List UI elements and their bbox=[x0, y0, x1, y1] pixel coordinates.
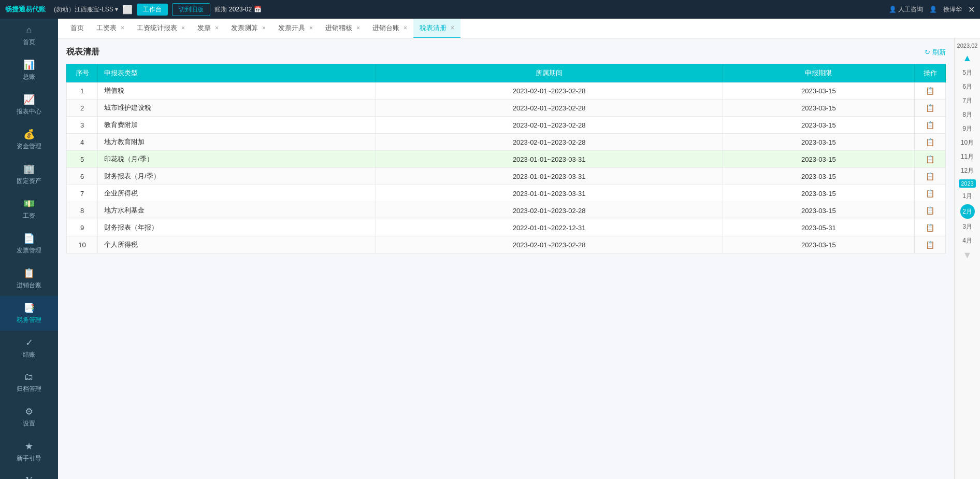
refresh-icon: ↻ bbox=[925, 48, 930, 56]
action-view-icon[interactable]: 📋 bbox=[926, 172, 934, 180]
cell-period: 2023-01-01~2023-03-31 bbox=[376, 151, 723, 168]
cell-action: 📋 bbox=[915, 236, 946, 253]
workspace-button[interactable]: 工作台 bbox=[137, 4, 168, 16]
sidebar-label-ledger: 总账 bbox=[23, 73, 35, 81]
sidebar-label-purchase: 进销台账 bbox=[17, 281, 41, 290]
tab-purchase-ledger[interactable]: 进销台账 × bbox=[366, 19, 413, 38]
tab-purchase-check[interactable]: 进销稽核 × bbox=[319, 19, 366, 38]
table-row: 7 企业所得税 2023-01-01~2023-03-31 2023-03-15… bbox=[67, 185, 946, 202]
sidebar-item-vip[interactable]: V 畅会员 bbox=[0, 469, 58, 479]
tab-close-purchase-check[interactable]: × bbox=[356, 24, 360, 32]
action-view-icon[interactable]: 📋 bbox=[926, 104, 934, 112]
tab-close-purchase-ledger[interactable]: × bbox=[403, 24, 407, 32]
guide-icon: ★ bbox=[25, 441, 33, 452]
cell-deadline: 2023-03-15 bbox=[723, 151, 914, 168]
top-bar: 畅捷通易代账 (勿动）江西服宝-LSS ▾ ⬜ 工作台 切到旧版 账期 2023… bbox=[0, 0, 980, 19]
sidebar-item-fixed[interactable]: 🏢 固定资产 bbox=[0, 157, 58, 192]
month-9[interactable]: 9月 bbox=[955, 122, 980, 136]
col-period: 所属期间 bbox=[376, 64, 723, 82]
month-1[interactable]: 1月 bbox=[955, 189, 980, 203]
action-view-icon[interactable]: 📋 bbox=[926, 189, 934, 198]
month-8[interactable]: 8月 bbox=[955, 108, 980, 122]
page-header: 税表清册 ↻ 刷新 bbox=[66, 47, 946, 58]
tab-invoice[interactable]: 发票 × bbox=[191, 19, 225, 38]
action-view-icon[interactable]: 📋 bbox=[926, 155, 934, 163]
month-2-active[interactable]: 2月 bbox=[960, 204, 975, 219]
action-view-icon[interactable]: 📋 bbox=[926, 121, 934, 129]
action-view-icon[interactable]: 📋 bbox=[926, 241, 934, 249]
tab-close-invoice-calc[interactable]: × bbox=[262, 24, 266, 32]
sidebar-label-archive: 归档管理 bbox=[17, 385, 41, 393]
sidebar-item-settings[interactable]: ⚙ 设置 bbox=[0, 400, 58, 434]
sidebar-item-home[interactable]: ⌂ 首页 bbox=[0, 19, 58, 53]
sidebar-label-fund: 资金管理 bbox=[17, 142, 41, 151]
cell-type: 增值税 bbox=[98, 82, 376, 100]
cell-action: 📋 bbox=[915, 100, 946, 117]
cell-deadline: 2023-03-15 bbox=[723, 134, 914, 151]
cell-type: 地方教育附加 bbox=[98, 134, 376, 151]
tab-close-invoice[interactable]: × bbox=[215, 24, 219, 32]
cell-no: 8 bbox=[67, 202, 98, 219]
table-header-row: 序号 申报表类型 所属期间 申报期限 操作 bbox=[67, 64, 946, 82]
action-view-icon[interactable]: 📋 bbox=[926, 87, 934, 95]
cell-no: 1 bbox=[67, 82, 98, 100]
sidebar-item-purchase[interactable]: 📋 进销台账 bbox=[0, 261, 58, 296]
sidebar-item-fund[interactable]: 💰 资金管理 bbox=[0, 122, 58, 157]
right-panel: 2023.02 ▲ 5月 6月 7月 8月 9月 10月 11月 12月 202… bbox=[954, 38, 980, 479]
cell-deadline: 2023-03-15 bbox=[723, 82, 914, 100]
cell-period: 2023-02-01~2023-02-28 bbox=[376, 117, 723, 134]
tab-salary-report[interactable]: 工资统计报表 × bbox=[131, 19, 191, 38]
month-6[interactable]: 6月 bbox=[955, 80, 980, 94]
action-view-icon[interactable]: 📋 bbox=[926, 206, 934, 215]
archive-icon: 🗂 bbox=[24, 372, 34, 383]
close-icon[interactable]: ✕ bbox=[968, 5, 975, 15]
switch-version-button[interactable]: 切到旧版 bbox=[172, 3, 210, 16]
tab-invoice-open[interactable]: 发票开具 × bbox=[272, 19, 319, 38]
sidebar-item-tax[interactable]: 📑 税务管理 bbox=[0, 296, 58, 331]
refresh-button[interactable]: ↻ 刷新 bbox=[925, 48, 946, 57]
cell-no: 10 bbox=[67, 236, 98, 253]
sidebar-item-ledger[interactable]: 📊 总账 bbox=[0, 53, 58, 88]
tab-close-invoice-open[interactable]: × bbox=[309, 24, 313, 32]
sidebar-item-salary[interactable]: 💵 工资 bbox=[0, 192, 58, 227]
sidebar-item-settle[interactable]: ✓ 结账 bbox=[0, 331, 58, 365]
tab-invoice-calc[interactable]: 发票测算 × bbox=[225, 19, 272, 38]
sidebar-label-report: 报表中心 bbox=[17, 107, 41, 116]
sidebar-item-report[interactable]: 📈 报表中心 bbox=[0, 88, 58, 122]
month-4[interactable]: 4月 bbox=[955, 234, 980, 248]
human-consult[interactable]: 👤 人工咨询 bbox=[889, 5, 923, 14]
action-view-icon[interactable]: 📋 bbox=[926, 223, 934, 232]
chevron-up-icon[interactable]: ▲ bbox=[961, 51, 974, 66]
cell-period: 2023-02-01~2023-02-28 bbox=[376, 82, 723, 100]
month-10[interactable]: 10月 bbox=[955, 136, 980, 150]
sidebar: ⌂ 首页 📊 总账 📈 报表中心 💰 资金管理 🏢 固定资产 💵 工资 📄 发票… bbox=[0, 19, 58, 479]
tab-salary[interactable]: 工资表 × bbox=[90, 19, 131, 38]
tab-close-salary[interactable]: × bbox=[121, 24, 124, 32]
sidebar-item-guide[interactable]: ★ 新手引导 bbox=[0, 434, 58, 469]
month-5[interactable]: 5月 bbox=[955, 66, 980, 80]
right-panel-year-header: 2023.02 bbox=[956, 40, 979, 51]
sidebar-item-invoice[interactable]: 📄 发票管理 bbox=[0, 227, 58, 261]
ledger-icon: 📊 bbox=[23, 59, 35, 71]
month-11[interactable]: 11月 bbox=[955, 150, 980, 164]
month-3[interactable]: 3月 bbox=[955, 220, 980, 234]
tab-home[interactable]: 首页 bbox=[64, 19, 90, 38]
tax-table: 序号 申报表类型 所属期间 申报期限 操作 1 增值税 2023-02-01~2… bbox=[66, 64, 946, 253]
cell-type: 个人所得税 bbox=[98, 236, 376, 253]
tab-close-salary-report[interactable]: × bbox=[181, 24, 185, 32]
month-7[interactable]: 7月 bbox=[955, 94, 980, 108]
cell-type: 企业所得税 bbox=[98, 185, 376, 202]
sidebar-item-archive[interactable]: 🗂 归档管理 bbox=[0, 365, 58, 400]
table-row: 3 教育费附加 2023-02-01~2023-02-28 2023-03-15… bbox=[67, 117, 946, 134]
tab-close-tax-list[interactable]: × bbox=[451, 24, 454, 32]
salary-icon: 💵 bbox=[23, 198, 35, 209]
col-type: 申报表类型 bbox=[98, 64, 376, 82]
month-12[interactable]: 12月 bbox=[955, 164, 980, 178]
col-action: 操作 bbox=[915, 64, 946, 82]
cell-action: 📋 bbox=[915, 219, 946, 236]
cell-period: 2022-01-01~2022-12-31 bbox=[376, 219, 723, 236]
chevron-down-icon[interactable]: ▼ bbox=[961, 248, 974, 263]
action-view-icon[interactable]: 📋 bbox=[926, 138, 934, 146]
tab-tax-list[interactable]: 税表清册 × bbox=[413, 19, 460, 38]
cell-period: 2023-02-01~2023-02-28 bbox=[376, 134, 723, 151]
